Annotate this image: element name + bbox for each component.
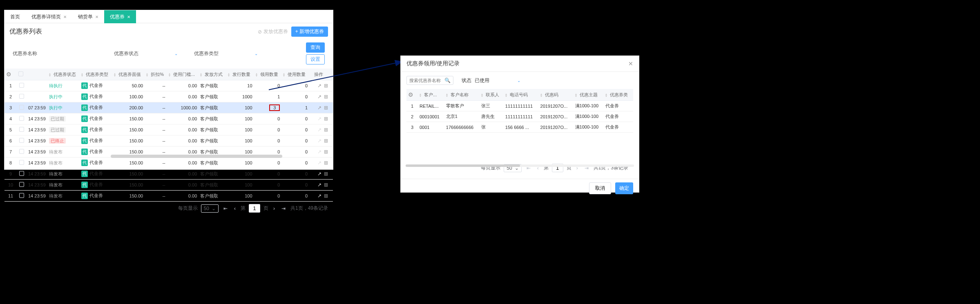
state-select[interactable]: 已使用 [475, 77, 489, 84]
per-page-select[interactable]: 50 ⌄ [201, 204, 219, 213]
close-icon[interactable]: ✕ [628, 60, 633, 67]
horizontal-scrollbar[interactable] [111, 155, 282, 158]
gear-icon[interactable]: ⚙ [6, 71, 11, 78]
table-row[interactable]: 2 00010001 北京1 唐先生 11111111111 20191207O… [406, 111, 633, 122]
sort-icon[interactable]: ▴▾ [446, 93, 449, 97]
claim-count-highlighted[interactable]: 3 [269, 104, 280, 111]
table-row[interactable]: 5 14 23:59 已过期 代代金券 150.00 -- 0.00 客户领取 … [4, 124, 333, 135]
qr-icon[interactable]: ⊞ [324, 171, 328, 177]
share-icon[interactable]: ↗ [317, 182, 321, 188]
status-badge: 待发布 [49, 193, 63, 198]
share-icon[interactable]: ↗ [317, 138, 321, 144]
row-checkbox[interactable] [19, 116, 24, 121]
close-icon[interactable]: ✕ [63, 15, 67, 19]
table-row[interactable]: 3 0001 17666666666 张 156 6666 ... 201912… [406, 122, 633, 133]
share-icon[interactable]: ↗ [317, 105, 321, 111]
table-row[interactable]: 10 14 23:59 待发布 代代金券 150.00 -- 0.00 客户领取… [4, 180, 333, 191]
row-checkbox[interactable] [19, 83, 24, 88]
horizontal-scrollbar[interactable] [406, 164, 634, 167]
tab-detail[interactable]: 优惠券详情页✕ [26, 10, 72, 23]
col-header: 领用数量 [260, 72, 278, 77]
search-input[interactable] [409, 78, 442, 83]
share-icon[interactable]: ↗ [317, 94, 321, 100]
first-page-button[interactable]: ⇤ [222, 206, 229, 211]
tab-sales[interactable]: 销货单✕ [72, 10, 104, 23]
sort-icon[interactable]: ▴▾ [49, 73, 52, 77]
qr-icon[interactable]: ⊞ [324, 116, 328, 122]
status-badge: 待发布 [49, 171, 63, 176]
row-checkbox[interactable] [19, 138, 24, 143]
table-row[interactable]: 6 14 23:59 已终止 代代金券 150.00 -- 0.00 客户领取 … [4, 135, 333, 146]
sort-icon[interactable]: ▴▾ [146, 73, 150, 77]
add-coupon-button[interactable]: + 新增优惠券 [291, 27, 328, 37]
gear-icon[interactable]: ⚙ [408, 91, 413, 98]
row-checkbox[interactable] [19, 171, 24, 176]
qr-icon[interactable]: ⊞ [324, 182, 328, 188]
row-checkbox[interactable] [19, 160, 24, 165]
sort-icon[interactable]: ▴▾ [114, 73, 117, 77]
row-checkbox[interactable] [19, 105, 24, 110]
last-page-button[interactable]: ⇥ [280, 206, 287, 211]
qr-icon[interactable]: ⊞ [324, 127, 328, 133]
sort-icon[interactable]: ▴▾ [540, 93, 544, 97]
share-icon[interactable]: ↗ [317, 160, 321, 166]
row-checkbox[interactable] [19, 94, 24, 99]
share-icon[interactable]: ↗ [317, 83, 321, 89]
sort-icon[interactable]: ▴▾ [81, 73, 85, 77]
share-icon[interactable]: ↗ [317, 116, 321, 122]
qr-icon[interactable]: ⊞ [324, 83, 328, 89]
sort-icon[interactable]: ▴▾ [575, 93, 578, 97]
tab-label: 销货单 [78, 14, 93, 20]
qr-icon[interactable]: ⊞ [324, 193, 328, 199]
row-checkbox[interactable] [19, 193, 24, 198]
settings-button[interactable]: 设置 [306, 54, 325, 64]
qr-icon[interactable]: ⊞ [324, 105, 328, 111]
sort-icon[interactable]: ▴▾ [481, 93, 484, 97]
table-row[interactable]: 2 执行中 代代金券 100.00 -- 0.00 客户领取 1000 1 0 … [4, 91, 333, 102]
search-button[interactable]: 查询 [306, 42, 325, 53]
qr-icon[interactable]: ⊞ [324, 149, 328, 155]
qr-icon[interactable]: ⊞ [324, 160, 328, 166]
next-page-button[interactable]: › [272, 206, 277, 211]
sort-icon[interactable]: ▴▾ [228, 73, 231, 77]
filter-type-select[interactable]: ⌄ [222, 51, 258, 56]
close-icon[interactable]: ✕ [127, 15, 130, 19]
table-row[interactable]: 8 14 23:59 待发布 代代金券 150.00 -- 0.00 客户领取 … [4, 158, 333, 169]
row-checkbox[interactable] [19, 182, 24, 187]
sort-icon[interactable]: ▴▾ [200, 73, 203, 77]
qr-icon[interactable]: ⊞ [324, 94, 328, 100]
table-row[interactable]: 1 RETAIL... 零散客户 张三 11111111111 20191207… [406, 101, 633, 111]
cancel-button[interactable]: 取消 [589, 182, 611, 194]
col-header: 优惠券类型 [86, 72, 108, 77]
col-header: 优惠码 [545, 92, 558, 97]
filter-status-select[interactable]: ⌄ [142, 51, 178, 56]
share-icon[interactable]: ↗ [317, 149, 321, 155]
share-icon[interactable]: ↗ [317, 127, 321, 133]
filter-name-input[interactable] [40, 51, 98, 57]
row-checkbox[interactable] [19, 127, 24, 132]
sort-icon[interactable]: ▴▾ [169, 73, 172, 77]
chevron-down-icon[interactable]: ⌄ [517, 78, 520, 83]
prev-page-button[interactable]: ‹ [232, 206, 237, 211]
checkbox-all[interactable] [18, 71, 23, 76]
table-row[interactable]: 11 14 23:59 待发布 代代金券 150.00 -- 0.00 客户领取… [4, 191, 333, 202]
tab-home[interactable]: 首页 [4, 10, 26, 23]
sort-icon[interactable]: ▴▾ [420, 93, 423, 97]
table-row[interactable]: 1 待执行 代代金券 50.00 -- 0.00 客户领取 10 0 0 ↗⊞ [4, 80, 333, 91]
table-row[interactable]: 3 07 23:59 执行中 代代金券 200.00 -- 1000.00 客户… [4, 102, 333, 113]
sort-icon[interactable]: ▴▾ [283, 73, 286, 77]
sort-icon[interactable]: ▴▾ [605, 93, 609, 97]
share-icon[interactable]: ↗ [317, 193, 321, 199]
sort-icon[interactable]: ▴▾ [256, 73, 259, 77]
close-icon[interactable]: ✕ [95, 15, 98, 19]
row-checkbox[interactable] [19, 149, 24, 154]
share-icon[interactable]: ↗ [317, 171, 321, 177]
sort-icon[interactable]: ▴▾ [505, 93, 509, 97]
qr-icon[interactable]: ⊞ [324, 138, 328, 144]
confirm-button[interactable]: 确定 [615, 182, 633, 194]
table-row[interactable]: 4 14 23:59 已过期 代代金券 150.00 -- 0.00 客户领取 … [4, 113, 333, 124]
search-icon[interactable]: 🔍 [444, 78, 451, 83]
tab-coupon[interactable]: 优惠券✕ [104, 10, 136, 23]
page-input[interactable] [249, 204, 260, 213]
table-row[interactable]: 9 14 23:59 待发布 代代金券 150.00 -- 0.00 客户领取 … [4, 169, 333, 180]
